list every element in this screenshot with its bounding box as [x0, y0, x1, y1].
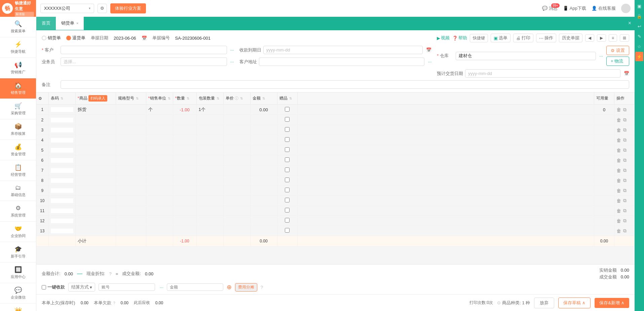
sidebar-item-finance[interactable]: 💰 资金管理	[0, 140, 36, 160]
copy-row-icon[interactable]: ⧉	[623, 178, 627, 183]
cell-unit[interactable]	[146, 186, 173, 196]
sidebar-item-guide[interactable]: 🎓 新手引导	[0, 242, 36, 263]
salesperson-lookup-btn[interactable]: ···	[230, 59, 234, 64]
cell-product[interactable]	[75, 206, 116, 216]
gift-checkbox[interactable]	[285, 157, 290, 162]
save-new-btn[interactable]: 保存&新增 ∧	[595, 298, 629, 308]
warehouse-input[interactable]	[456, 52, 596, 60]
cell-qty[interactable]	[173, 206, 196, 216]
cell-gift[interactable]	[277, 165, 297, 176]
calendar-icon[interactable]: 📅	[142, 36, 147, 41]
copy-row-icon[interactable]: ⧉	[623, 147, 627, 153]
help-link[interactable]: ❓ 帮助	[452, 35, 467, 41]
history-btn[interactable]: 历史单据	[559, 34, 582, 42]
cell-barcode[interactable]	[48, 216, 75, 226]
cell-unit[interactable]: 个	[146, 105, 173, 115]
cell-amount[interactable]	[250, 206, 277, 216]
cell-spec[interactable]	[116, 196, 146, 206]
gift-checkbox[interactable]	[285, 228, 290, 233]
cell-amount[interactable]	[250, 165, 277, 176]
cell-spec[interactable]	[116, 105, 146, 115]
cell-qty[interactable]	[173, 165, 196, 176]
cell-spec[interactable]	[116, 206, 146, 216]
cell-gift[interactable]	[277, 186, 297, 196]
cell-barcode[interactable]	[48, 105, 75, 115]
cell-spec[interactable]	[116, 125, 146, 135]
cell-product[interactable]	[75, 196, 116, 206]
cell-qty[interactable]: -1.00	[173, 105, 196, 115]
delivery-date-input[interactable]	[465, 69, 620, 78]
settings-button[interactable]: ⚙	[98, 4, 107, 13]
cell-price[interactable]	[223, 206, 250, 216]
cell-packqty[interactable]	[196, 165, 223, 176]
cell-amount[interactable]: 0.00	[250, 105, 277, 115]
sidebar-item-app-center[interactable]: 🔲 应用中心	[0, 263, 36, 283]
setting-btn[interactable]: ⚙ 设置	[606, 46, 629, 55]
delivery-date-calendar-icon[interactable]: 📅	[624, 71, 629, 76]
gift-checkbox[interactable]	[285, 178, 290, 182]
cell-barcode[interactable]	[48, 206, 75, 216]
cell-price[interactable]	[223, 216, 250, 226]
cell-packqty[interactable]	[196, 186, 223, 196]
delete-row-icon[interactable]: 🗑	[616, 188, 621, 193]
cell-spec[interactable]	[116, 165, 146, 176]
barcode-input[interactable]	[51, 107, 73, 112]
cell-spec[interactable]	[116, 135, 146, 145]
cell-product[interactable]	[75, 176, 116, 186]
cell-qty[interactable]	[173, 216, 196, 226]
sidebar-item-basic-info[interactable]: 🗂 基础信息	[0, 181, 36, 201]
cell-gift[interactable]	[277, 145, 297, 155]
table-scroll[interactable]: ⚙ 条码 ⇅ *商品 扫码录入 规格型号 ⇅ *销售单位 ⇅ *数量 ⇅	[36, 92, 635, 264]
barcode-input[interactable]	[51, 128, 73, 132]
cell-packqty[interactable]	[196, 176, 223, 186]
delete-row-icon[interactable]: 🗑	[616, 168, 621, 173]
copy-row-icon[interactable]: ⧉	[623, 228, 627, 234]
cell-product[interactable]	[75, 155, 116, 165]
delete-row-icon[interactable]: 🗑	[616, 117, 621, 123]
gift-checkbox[interactable]	[285, 198, 290, 202]
cell-price[interactable]	[223, 176, 250, 186]
cell-price[interactable]	[223, 186, 250, 196]
sidebar-item-sales[interactable]: 🏠 销售管理	[0, 78, 36, 99]
view-grid-btn[interactable]: ⊞	[620, 34, 629, 42]
cell-gift[interactable]	[277, 125, 297, 135]
avatar[interactable]	[621, 4, 631, 13]
cell-barcode[interactable]	[48, 145, 75, 155]
delete-row-icon[interactable]: 🗑	[616, 198, 621, 203]
cell-spec[interactable]	[116, 176, 146, 186]
cell-gift[interactable]	[277, 206, 297, 216]
operation-btn[interactable]: ⋯ 操作	[536, 34, 556, 42]
radio-return-order[interactable]: 退货单	[66, 35, 85, 41]
barcode-input[interactable]	[51, 168, 73, 173]
right-panel-btn-4[interactable]: ✎	[635, 32, 643, 41]
cell-unit[interactable]	[146, 155, 173, 165]
logistics-btn[interactable]: + 物流	[606, 56, 629, 66]
cell-amount[interactable]	[250, 155, 277, 165]
cell-packqty[interactable]	[196, 196, 223, 206]
gift-checkbox[interactable]	[285, 127, 290, 132]
customer-address-input[interactable]	[259, 57, 425, 66]
cell-amount[interactable]	[250, 216, 277, 226]
cell-unit[interactable]	[146, 176, 173, 186]
account-input[interactable]	[99, 283, 155, 291]
cell-qty[interactable]	[173, 115, 196, 125]
copy-row-icon[interactable]: ⧉	[623, 117, 627, 123]
cell-amount[interactable]	[250, 145, 277, 155]
cell-gift[interactable]	[277, 115, 297, 125]
cell-spec[interactable]	[116, 115, 146, 125]
add-payment-btn[interactable]: ⊕	[227, 283, 232, 291]
cell-packqty[interactable]	[196, 135, 223, 145]
sidebar-item-operations[interactable]: 📋 经营管理	[0, 160, 36, 181]
tab-close-all[interactable]: ×	[628, 20, 635, 26]
gift-checkbox[interactable]	[285, 147, 290, 152]
barcode-input[interactable]	[51, 138, 73, 143]
cell-packqty[interactable]	[196, 155, 223, 165]
sidebar-item-system[interactable]: ⚙ 系统管理	[0, 201, 36, 222]
tab-sale-order[interactable]: 销货单 ×	[56, 16, 84, 30]
cell-price[interactable]	[223, 145, 250, 155]
cell-gift[interactable]	[277, 135, 297, 145]
cell-unit[interactable]	[146, 125, 173, 135]
cell-product[interactable]	[75, 186, 116, 196]
cell-product[interactable]	[75, 226, 116, 236]
copy-row-icon[interactable]: ⧉	[623, 137, 627, 143]
